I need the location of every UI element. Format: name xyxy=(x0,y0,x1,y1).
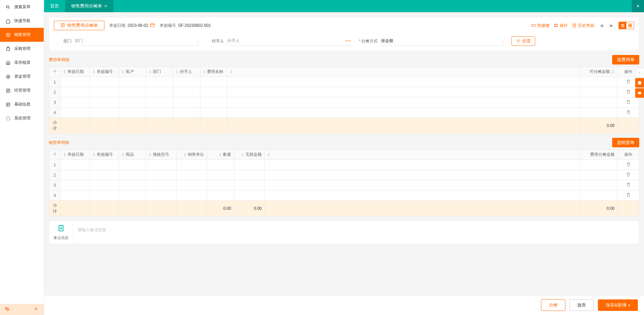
svg-rect-34 xyxy=(628,24,630,25)
table-row[interactable]: 3 xyxy=(49,180,639,190)
dock-tool-2[interactable] xyxy=(635,88,644,98)
subtotal-row: 小计0.00 xyxy=(49,118,639,134)
collapse-icon[interactable] xyxy=(34,307,39,312)
trash-icon[interactable] xyxy=(626,111,631,115)
history-link[interactable]: 历史单据 xyxy=(572,23,594,29)
col-unit[interactable]: ▲▼销售单位 xyxy=(177,150,207,160)
col-label: 无税金额 xyxy=(245,152,262,157)
sidebar-item-funds[interactable]: 资金管理 xyxy=(0,70,44,84)
select-sales-button[interactable]: 选销货单 xyxy=(612,138,639,147)
date-value[interactable]: 2023-06-02 xyxy=(127,23,148,28)
subtotal-qty: 0.00 xyxy=(207,201,234,217)
operate-link[interactable]: 操作 xyxy=(554,23,568,29)
form-row: 部门 部门 ⌄ 经手人 经手人 ••• *分摊方 xyxy=(49,34,639,51)
col-handler[interactable]: ▲▼经手人 xyxy=(173,67,200,77)
col-product[interactable]: ▲▼商品 xyxy=(119,150,146,160)
handler-input[interactable]: 经手人 ••• xyxy=(226,37,352,45)
shortcut-link[interactable]: 快捷键 xyxy=(531,23,549,29)
table-row[interactable]: 2 xyxy=(49,170,639,180)
shortcut-label: 快捷键 xyxy=(537,23,549,29)
trash-icon[interactable] xyxy=(626,173,631,178)
col-feealloc[interactable]: 费用分摊金额 xyxy=(580,150,618,160)
nav-prev[interactable]: ◀ xyxy=(598,22,604,29)
allocate-button[interactable]: 分摊 xyxy=(541,299,565,311)
settings-button[interactable]: 设置 xyxy=(511,36,535,46)
remarks-tab[interactable]: 备注信息 xyxy=(49,221,73,244)
col-customer[interactable]: ▲▼客户 xyxy=(119,67,146,77)
col-notax[interactable]: ▲▼无税金额 xyxy=(234,150,265,160)
table-row[interactable]: 1 xyxy=(49,77,639,87)
close-icon[interactable]: ✕ xyxy=(104,4,107,8)
col-alloc[interactable]: 可分摊金额 ⓘ xyxy=(580,67,618,77)
sidebar-search[interactable]: 搜索菜单 xyxy=(0,0,44,14)
table-row[interactable]: 4 xyxy=(49,190,639,201)
sort-icon: ▲▼ xyxy=(241,153,244,157)
expense-title: 费用单明细 xyxy=(49,57,69,63)
dock-tool-1[interactable] xyxy=(635,78,644,88)
trash-icon[interactable] xyxy=(626,163,631,168)
row-index: 4 xyxy=(49,190,61,201)
tabs-close-all[interactable]: ✕ xyxy=(632,0,644,12)
col-spec[interactable]: ▲▼规格型号 xyxy=(146,150,177,160)
svg-rect-27 xyxy=(556,26,558,27)
table-row[interactable]: 2 xyxy=(49,87,639,97)
system-icon xyxy=(5,116,11,121)
svg-point-39 xyxy=(54,71,56,72)
doc-title: 销售费用分摊单 xyxy=(54,21,104,30)
method-input[interactable]: 按金额 ⌄ xyxy=(380,37,505,45)
col-dept[interactable]: ▲▼部门 xyxy=(146,67,173,77)
view-list[interactable] xyxy=(619,22,626,29)
row-index: 3 xyxy=(49,180,61,190)
sidebar-item-business[interactable]: 经营管理 xyxy=(0,84,44,97)
trash-icon[interactable] xyxy=(626,80,631,85)
nav-next[interactable]: ▶ xyxy=(608,22,615,29)
sidebar-item-label: 库存核算 xyxy=(14,60,31,66)
save-new-button[interactable]: 保存&新增 ▾ xyxy=(598,299,638,311)
view-toggle xyxy=(619,22,634,29)
gear-column[interactable] xyxy=(49,67,61,77)
dept-input[interactable]: 部门 ⌄ xyxy=(74,37,200,45)
select-expense-button[interactable]: 选费用单 xyxy=(612,55,639,64)
sidebar-item-label: 快捷导航 xyxy=(14,18,31,24)
trash-icon[interactable] xyxy=(626,100,631,105)
col-qty[interactable]: ▲▼数量 xyxy=(207,150,234,160)
gear-icon[interactable] xyxy=(5,307,9,312)
sidebar-footer xyxy=(0,304,44,315)
sidebar-item-base[interactable]: 基础信息 xyxy=(0,97,44,111)
col-label: 数量 xyxy=(223,152,231,157)
sidebar-item-purchase[interactable]: 采购管理 xyxy=(0,42,44,56)
table-row[interactable]: 4 xyxy=(49,108,639,118)
table-row[interactable]: 1 xyxy=(49,160,639,170)
remarks-input[interactable]: 请输入备注信息 xyxy=(73,221,639,244)
sidebar-item-sales[interactable]: 销售管理 xyxy=(0,28,44,42)
col-empty[interactable]: ▲▼ xyxy=(227,67,580,77)
sidebar-item-inventory[interactable]: 库存核算 xyxy=(0,56,44,70)
col-date[interactable]: ▲▼单据日期 xyxy=(61,150,90,160)
col-label: 操作 xyxy=(624,152,632,157)
tab-home[interactable]: 首页 xyxy=(44,0,65,12)
discard-button[interactable]: 放弃 xyxy=(569,299,594,311)
col-label: 单据编号 xyxy=(97,69,113,74)
dock-expand[interactable]: ‹ xyxy=(635,68,644,77)
sidebar-item-quicknav[interactable]: 快捷导航 xyxy=(0,14,44,28)
svg-rect-32 xyxy=(621,25,624,26)
gear-column[interactable] xyxy=(49,150,61,160)
col-feename[interactable]: ▲▼费用名称 xyxy=(200,67,227,77)
col-no[interactable]: ▲▼单据编号 xyxy=(90,67,119,77)
table-row[interactable]: 3 xyxy=(49,97,639,108)
trash-icon[interactable] xyxy=(626,193,631,198)
sidebar-item-system[interactable]: 系统管理 xyxy=(0,111,44,125)
calendar-icon[interactable] xyxy=(150,23,155,29)
trash-icon[interactable] xyxy=(626,90,631,95)
col-label: 可分摊金额 xyxy=(589,69,610,74)
col-empty[interactable]: ▲▼ xyxy=(265,150,580,160)
col-date[interactable]: ▲▼单据日期 xyxy=(61,67,90,77)
tab-current[interactable]: 销售费用分摊单 ✕ xyxy=(65,0,114,12)
svg-rect-35 xyxy=(630,24,632,25)
view-grid[interactable] xyxy=(626,22,634,29)
row-index: 2 xyxy=(49,170,61,180)
trash-icon[interactable] xyxy=(626,183,631,188)
svg-point-40 xyxy=(54,153,56,155)
col-label: 单据编号 xyxy=(97,152,113,157)
col-no[interactable]: ▲▼单据编号 xyxy=(90,150,119,160)
